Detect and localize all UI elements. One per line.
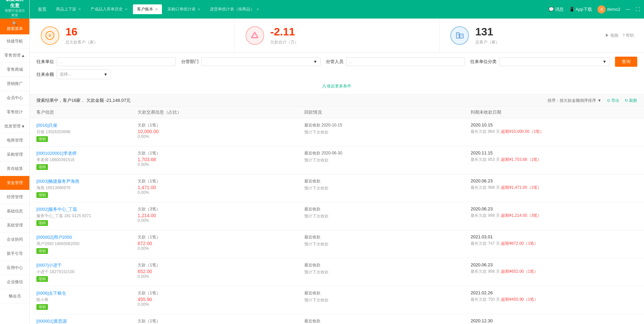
sidebar-item-marketing[interactable]: 营销推广 xyxy=(0,77,29,91)
recovery-info-5: 最近收款 预计下次收款 xyxy=(304,262,471,275)
tab-close-production[interactable]: ✕ xyxy=(125,7,128,11)
col-header-debt: 欠款交易信息（占比） xyxy=(138,109,304,115)
export-icon: ⊙ xyxy=(607,98,610,103)
search-button[interactable]: 查询 xyxy=(615,57,637,67)
customer-info-0: [0016]吕俊 吕俊 13026203696 现销 xyxy=(36,122,138,142)
recovery-next-5: 预计下次收款 xyxy=(304,269,471,275)
customer-sub-5: 小进千 18279152100 xyxy=(36,269,138,275)
overdue-link-5[interactable]: 超期¥652.00（1笔） xyxy=(501,269,538,274)
sidebar-item-enterprise[interactable]: 企业协同 xyxy=(0,233,29,247)
sidebar-item-member-plus[interactable]: 畅会员 xyxy=(0,289,29,303)
sidebar-item-inventory[interactable]: 库存核算 xyxy=(0,162,29,176)
sort-dropdown[interactable]: 排序：按欠款金额倒序排序 ▼ xyxy=(548,98,601,104)
search-menu-label: 搜索菜单 xyxy=(1,26,28,32)
message-btn[interactable]: 💬 消息 xyxy=(549,6,564,12)
sidebar-item-purchase[interactable]: 采购管理 xyxy=(0,148,29,162)
help-link[interactable]: ? 帮助 xyxy=(622,33,634,38)
debt-amount-6[interactable]: 455.90 xyxy=(138,297,304,302)
sidebar-item-app-center[interactable]: 应用中心 xyxy=(0,261,29,275)
sidebar-item-finance[interactable]: 资金管理 xyxy=(0,176,29,190)
expand-btn[interactable]: ⛶ xyxy=(636,7,640,12)
sidebar-item-retail-mgmt[interactable]: 零售管理 ▲ xyxy=(0,49,29,63)
overdue-link-2[interactable]: 超期¥1,471.00（1笔） xyxy=(501,185,541,190)
debt-amount-2[interactable]: 1,471.00 xyxy=(138,185,304,190)
filter-category: 往来单位分类 ▼ xyxy=(470,57,610,66)
sidebar-item-ecommerce[interactable]: 电商管理 xyxy=(0,134,29,148)
sidebar-item-member[interactable]: 会员中心 xyxy=(0,91,29,105)
tab-close-customer[interactable]: ✕ xyxy=(155,7,158,11)
sidebar-item-operations[interactable]: 经营管理 xyxy=(0,190,29,204)
tab-customer-account[interactable]: 客户账本 ✕ xyxy=(133,4,162,14)
overdue-days-2: 最长欠款 998 天 超期¥1,471.00（1笔） xyxy=(471,185,637,190)
customer-info-6: [0006]去下粮仓 陈小希 现销 xyxy=(36,290,138,310)
sidebar-item-quick-nav[interactable]: 快捷导航 xyxy=(0,34,29,49)
sort-chevron-icon: ▼ xyxy=(597,98,601,103)
customer-name-5[interactable]: [0007]小进千 xyxy=(36,262,138,268)
recovery-info-6: 最近收款 预计下次收款 xyxy=(304,290,471,303)
sidebar-item-retail-store[interactable]: 零售商城 xyxy=(0,63,29,77)
balance-dropdown[interactable]: 选择... ▼ xyxy=(57,69,111,79)
due-info-2: 2020.06.23 最长欠款 998 天 超期¥1,471.00（1笔） xyxy=(471,178,637,190)
stat-info-total: 131 总客户（家） xyxy=(475,26,500,45)
due-date-3: 2020.06.23 xyxy=(471,206,637,211)
debt-amount-1[interactable]: 1,703.68 xyxy=(138,157,304,162)
tab-production-history[interactable]: 产成品入库单历史 ✕ xyxy=(86,4,132,14)
tab-close-purchase[interactable]: ✕ xyxy=(198,7,200,11)
customer-name-2[interactable]: [0003]畅捷服务尹海燕 xyxy=(36,178,138,184)
refresh-btn[interactable]: ↻ 刷新 xyxy=(625,98,637,104)
customers-label: 总欠款客户（家） xyxy=(65,39,98,45)
customer-name-6[interactable]: [0006]去下粮仓 xyxy=(36,290,138,296)
chevron-down-icon4: ▼ xyxy=(603,59,607,64)
customer-name-3[interactable]: [0002]服务中心_丁磊 xyxy=(36,206,138,212)
export-btn[interactable]: ⊙ 导出 xyxy=(607,98,619,104)
overdue-link-4[interactable]: 超期¥672.00（1笔） xyxy=(501,241,538,246)
due-date-6: 2021.02.26 xyxy=(471,290,637,295)
filter-branch: 分管部门 ▼ xyxy=(181,57,320,66)
overdue-days-3: 最长欠款 998 天 超期¥1,214.00（3笔） xyxy=(471,213,637,218)
tab-home[interactable]: 首页 xyxy=(34,4,51,14)
sidebar-item-guide[interactable]: 新手引导 xyxy=(0,247,29,261)
tab-product-shelf[interactable]: 商品上下架 ✕ xyxy=(52,4,85,14)
collapse-filters-btn[interactable]: ⋀ 收起更多条件 xyxy=(36,82,637,90)
overdue-days-1: 最长欠款 853 天 超期¥1,703.68（1笔） xyxy=(471,157,637,163)
sidebar-item-system[interactable]: 系统管理 xyxy=(0,218,29,233)
recovery-next-3: 预计下次收款 xyxy=(304,213,471,219)
customer-name-7[interactable]: [000001]黄思源 xyxy=(36,318,138,324)
svg-marker-2 xyxy=(251,32,258,37)
customer-info-3: [0002]服务中心_丁磊 服务中心_丁磊 181 0125 8371 现销 xyxy=(36,206,138,226)
debt-amount-3[interactable]: 1,214.00 xyxy=(138,213,304,218)
category-dropdown[interactable]: ▼ xyxy=(499,57,610,66)
debt-percent-3: 0.00% xyxy=(138,218,304,223)
video-link[interactable]: ▶ 视频 xyxy=(605,33,618,38)
table-row: [0002]服务中心_丁磊 服务中心_丁磊 181 0125 8371 现销 欠… xyxy=(30,202,644,230)
due-info-7: 2020.12.30 最长欠款 808 天 超期¥429.00（1笔） xyxy=(471,318,637,324)
debt-info-2: 欠款（1笔） 1,471.00 0.00% xyxy=(138,178,304,195)
overdue-link-1[interactable]: 超期¥1,703.68（1笔） xyxy=(501,157,541,162)
filter-row-1: 往来单位 ... 分管部门 ▼ 分管人员 xyxy=(36,57,637,67)
overdue-days-6: 最长欠款 750 天 超期¥455.90（1笔） xyxy=(471,297,637,302)
sidebar-item-retail-stats[interactable]: 零售统计 xyxy=(0,105,29,119)
app-download-btn[interactable]: 📱 App下载 xyxy=(569,6,592,12)
sidebar-item-wechat[interactable]: 企业微信 xyxy=(0,275,29,289)
overdue-link-6[interactable]: 超期¥455.90（1笔） xyxy=(501,297,538,302)
tab-inbound-stats[interactable]: 进货单统计表（按商品） ✕ xyxy=(206,4,263,14)
tab-purchase-stats[interactable]: 采购订单统计表 ✕ xyxy=(163,4,204,14)
sidebar-item-basic-info[interactable]: 基础信息 xyxy=(0,204,29,218)
customer-name-0[interactable]: [0016]吕俊 xyxy=(36,122,138,128)
tab-close-inbound[interactable]: ✕ xyxy=(256,7,259,11)
debt-amount-5[interactable]: 652.00 xyxy=(138,269,304,274)
debt-amount-4[interactable]: 672.00 xyxy=(138,241,304,246)
debt-amount-0[interactable]: 10,000.00 xyxy=(138,129,304,134)
minimize-btn[interactable]: — xyxy=(626,7,630,12)
branch-dropdown[interactable]: ▼ xyxy=(201,57,320,66)
search-menu-btn[interactable]: 🔍 搜索菜单 xyxy=(0,19,29,34)
tab-close-product-shelf[interactable]: ✕ xyxy=(78,7,81,11)
customer-name-1[interactable]: [0001020001]李老师 xyxy=(36,150,138,156)
user-avatar[interactable]: d demo2 xyxy=(597,5,620,13)
overdue-link-0[interactable]: 超期¥10,000.00（1笔） xyxy=(501,129,544,134)
customer-name-4[interactable]: [000002]用户2050 xyxy=(36,234,138,240)
sidebar-item-batch-mgmt[interactable]: 批发管理 ▼ xyxy=(0,119,29,134)
manager-input[interactable]: ... xyxy=(346,57,465,66)
customer-unit-input[interactable]: ... xyxy=(57,57,176,66)
overdue-link-3[interactable]: 超期¥1,214.00（3笔） xyxy=(501,213,541,218)
